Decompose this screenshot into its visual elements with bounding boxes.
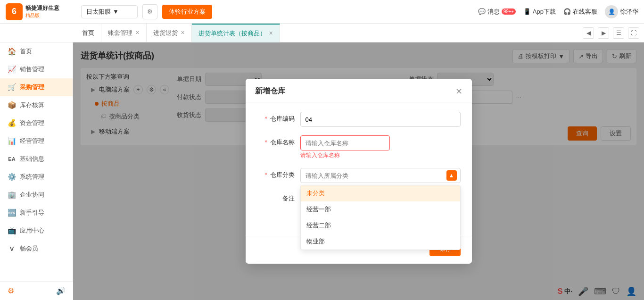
sidebar-item-enterprise[interactable]: 🏢 企业协同 [0, 186, 73, 204]
sidebar-item-finance[interactable]: 💰 资金管理 [0, 114, 73, 132]
chevron-down-icon: ▼ [113, 8, 119, 15]
purchase-stats-tab-label: 进货单统计表（按商品） [198, 29, 266, 38]
sidebar-item-guide[interactable]: 🆕 新手引导 [0, 204, 73, 222]
messages-badge: 99++ [502, 8, 516, 15]
operations-icon: 📊 [8, 137, 16, 145]
tab-purchase-stats[interactable]: 进货单统计表（按商品） ✕ [192, 24, 280, 42]
dropdown-item-dept3[interactable]: 物业部 [301, 233, 460, 250]
sidebar-home-label: 首页 [20, 47, 32, 56]
main-layout: 🏠 首页 📈 销售管理 🛒 采购管理 📦 库存核算 💰 资金管理 📊 经营管理 … [0, 42, 644, 300]
sidebar-item-home[interactable]: 🏠 首页 [0, 42, 73, 60]
accounts-tab-close-icon[interactable]: ✕ [135, 30, 140, 36]
code-label: * 仓库编码 [257, 112, 295, 123]
sidebar-item-operations[interactable]: 📊 经营管理 [0, 132, 73, 150]
sidebar-sales-label: 销售管理 [20, 65, 44, 74]
sidebar-finance-label: 资金管理 [20, 119, 44, 127]
finance-icon: 💰 [8, 119, 16, 127]
category-dropdown-wrap: ▲ 未分类 经营一部 经营二部 物业部 [300, 168, 461, 183]
name-field-wrap: 请输入仓库名称 [300, 135, 461, 159]
logo-badge: 精品版 [25, 12, 59, 19]
category-dropdown-menu: 未分类 经营一部 经营二部 物业部 [300, 185, 461, 250]
app-logo: 6 [6, 3, 23, 20]
avatar: 👤 [605, 5, 618, 18]
tab-next-button[interactable]: ▶ [598, 27, 609, 39]
user-name: 徐泽华 [620, 8, 638, 16]
content-area: 进货单统计(按商品) 🖨 按模板打印 ▼ ↗ 导出 ↻ 刷新 [73, 42, 644, 300]
tab-bar: 首页 账套管理 ✕ 进货退货 ✕ 进货单统计表（按商品） ✕ ◀ ▶ ☰ ⛶ [0, 24, 644, 42]
messages-label: 消息 [487, 8, 500, 16]
app-download-item[interactable]: 📱 App下载 [523, 8, 556, 16]
purchase-return-tab-close-icon[interactable]: ✕ [181, 30, 185, 36]
home-tab-label: 首页 [82, 29, 94, 37]
sidebar-enterprise-label: 企业协同 [20, 191, 44, 199]
store-name: 日太阳膜 [86, 8, 111, 16]
dropdown-item-dept1[interactable]: 经营一部 [301, 201, 460, 217]
home-icon: 🏠 [8, 47, 16, 56]
tab-accounts[interactable]: 账套管理 ✕ [101, 24, 147, 42]
sidebar-operations-label: 经营管理 [20, 137, 44, 145]
dropdown-item-unclassified[interactable]: 未分类 [301, 185, 460, 201]
purchase-stats-tab-close-icon[interactable]: ✕ [269, 30, 273, 36]
dialog-title: 新增仓库 [255, 86, 285, 96]
new-warehouse-dialog: 新增仓库 ✕ * 仓库编码 * [246, 79, 472, 264]
sidebar-item-inventory[interactable]: 📦 库存核算 [0, 96, 73, 114]
messages-item[interactable]: 💬 消息 99++ [478, 8, 516, 16]
message-icon: 💬 [478, 8, 486, 15]
category-input[interactable] [300, 168, 461, 183]
tab-purchase-return[interactable]: 进货退货 ✕ [147, 24, 192, 42]
sidebar-purchase-label: 采购管理 [20, 83, 44, 92]
sidebar-app-center-label: 应用中心 [20, 226, 44, 235]
accounts-tab-label: 账套管理 [108, 29, 132, 37]
code-field-row: * 仓库编码 [257, 112, 461, 127]
sidebar-item-purchase[interactable]: 🛒 采购管理 [0, 78, 73, 96]
code-input[interactable] [300, 112, 461, 127]
sidebar-item-member[interactable]: V 畅会员 [0, 240, 73, 258]
sidebar-guide-label: 新手引导 [20, 208, 44, 217]
tab-bar-controls: ◀ ▶ ☰ ⛶ [583, 27, 644, 39]
user-item[interactable]: 👤 徐泽华 [605, 5, 638, 18]
name-label: * 仓库名称 [257, 135, 295, 147]
logo-text-block: 畅捷通好生意 精品版 [25, 4, 59, 19]
sidebar-system-label: 系统管理 [20, 173, 44, 181]
sidebar-item-basic-info[interactable]: EA 基础信息 [0, 150, 73, 168]
settings-button[interactable]: ⚙ [142, 4, 157, 19]
sidebar-inventory-label: 库存核算 [20, 101, 44, 109]
category-field-row: * 仓库分类 ▲ 未分类 经营一部 经营二 [257, 168, 461, 183]
guide-icon: 🆕 [8, 208, 16, 217]
trial-button[interactable]: 体验行业方案 [162, 5, 212, 19]
dialog-body: * 仓库编码 * 仓库名称 请输入仓库名称 [246, 102, 472, 236]
app-download-label: App下载 [533, 8, 556, 16]
name-error-text: 请输入仓库名称 [300, 151, 461, 159]
modal-overlay[interactable]: 新增仓库 ✕ * 仓库编码 * [73, 42, 644, 300]
member-icon: V [8, 244, 16, 253]
audio-icon[interactable]: 🔊 [56, 286, 66, 295]
tab-home[interactable]: 首页 [75, 24, 101, 42]
sidebar-item-system[interactable]: ⚙️ 系统管理 [0, 168, 73, 186]
app-center-icon: 📺 [8, 226, 16, 235]
dialog-close-button[interactable]: ✕ [455, 87, 462, 96]
online-service-label: 在线客服 [573, 8, 597, 16]
tab-expand-button[interactable]: ⛶ [628, 27, 639, 39]
sidebar-item-app-center[interactable]: 📺 应用中心 [0, 222, 73, 240]
purchase-return-tab-label: 进货退货 [153, 29, 178, 37]
settings-bottom-icon[interactable]: ⚙ [8, 286, 14, 295]
header-right: 💬 消息 99++ 📱 App下载 🎧 在线客服 👤 徐泽华 [478, 5, 638, 18]
avatar-icon: 👤 [608, 8, 615, 15]
phone-icon: 📱 [523, 8, 531, 15]
sidebar-item-sales[interactable]: 📈 销售管理 [0, 60, 73, 78]
top-header: 6 畅捷通好生意 精品版 日太阳膜 ▼ ⚙ 体验行业方案 💬 消息 99++ 📱… [0, 0, 644, 24]
category-label: * 仓库分类 [257, 168, 295, 179]
headset-icon: 🎧 [563, 8, 571, 15]
category-dropdown-toggle[interactable]: ▲ [446, 170, 457, 181]
sidebar: 🏠 首页 📈 销售管理 🛒 采购管理 📦 库存核算 💰 资金管理 📊 经营管理 … [0, 42, 73, 300]
tab-prev-button[interactable]: ◀ [583, 27, 594, 39]
name-input[interactable] [300, 135, 390, 150]
store-selector[interactable]: 日太阳膜 ▼ [81, 5, 138, 18]
tab-menu-button[interactable]: ☰ [613, 27, 624, 39]
inventory-icon: 📦 [8, 101, 16, 109]
sidebar-basic-info-label: 基础信息 [20, 155, 44, 163]
online-service-item[interactable]: 🎧 在线客服 [563, 8, 597, 16]
dropdown-item-dept2[interactable]: 经营二部 [301, 217, 460, 233]
name-field-row: * 仓库名称 请输入仓库名称 [257, 135, 461, 159]
basic-info-icon: EA [8, 155, 16, 163]
